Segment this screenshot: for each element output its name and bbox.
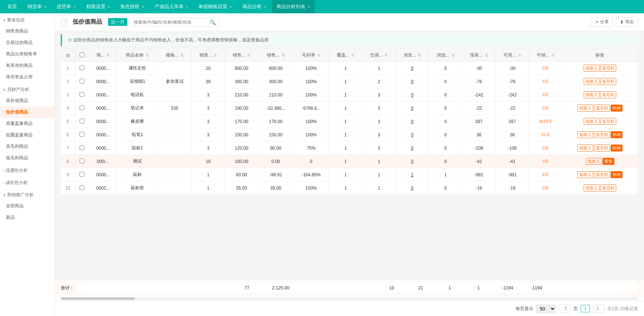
gross-rate: 100%	[294, 75, 329, 88]
browse-count1[interactable]: 0	[396, 62, 429, 75]
sidebar-section-marketing[interactable]: ∨ 营销推广分析	[0, 188, 54, 200]
available-stock: -981	[496, 168, 529, 181]
sort-icon[interactable]: ⇅	[214, 53, 217, 57]
share-button[interactable]: ↗ 分享	[591, 17, 613, 27]
sidebar-item-high-coverage[interactable]: 高覆盖量商品	[0, 118, 54, 129]
row-checkbox[interactable]	[80, 132, 84, 137]
close-icon[interactable]: ×	[108, 4, 110, 9]
row-checkbox[interactable]	[80, 79, 84, 84]
sidebar-item-low-margin[interactable]: 低毛利商品	[0, 152, 54, 164]
chevron-down-icon: ∨	[3, 193, 6, 197]
sidebar-section-growth[interactable]: › 成长性分析	[0, 176, 54, 188]
page-size-label: 每页显示	[516, 306, 533, 312]
filter-tag-recent-month[interactable]: 近一月	[108, 18, 127, 26]
sort-icon[interactable]: ⇅	[485, 53, 488, 57]
browse-count1[interactable]: 0	[396, 155, 429, 168]
search-icon[interactable]: 🔍	[209, 19, 216, 25]
close-icon[interactable]: ×	[142, 4, 144, 9]
row-checkbox[interactable]	[80, 172, 84, 177]
row-checkbox[interactable]	[80, 185, 84, 190]
row-checkbox[interactable]	[80, 92, 84, 97]
sort-icon[interactable]: ⇅	[452, 53, 455, 57]
close-icon[interactable]: ×	[264, 4, 266, 9]
nav-home[interactable]: 首页	[3, 0, 21, 13]
nav-template-settings[interactable]: 单据模板设置 ×	[194, 0, 236, 13]
browse-count1[interactable]: 0	[396, 142, 429, 155]
browse-count1[interactable]: 0	[396, 88, 429, 102]
close-icon[interactable]: ×	[186, 4, 188, 9]
nav-sales-order[interactable]: 销货单 ×	[23, 0, 51, 13]
sidebar-item-in-stock[interactable]: 有库存的商品	[0, 60, 54, 71]
sale-amount: 800.00	[225, 62, 258, 75]
sort-icon[interactable]: ⇅	[317, 53, 320, 57]
sort-icon[interactable]: ⇅	[107, 53, 110, 57]
sidebar-item-high-margin[interactable]: 高毛利商品	[0, 141, 54, 152]
chevron-right-icon: ›	[3, 181, 4, 185]
col-name: 商品名称 ⇅	[117, 49, 158, 62]
close-icon[interactable]: ×	[73, 4, 76, 9]
browse-count1[interactable]: 0	[396, 102, 429, 115]
row-checkbox[interactable]	[80, 145, 84, 150]
sidebar-item-stock-capital[interactable]: 库存资金占用	[0, 71, 54, 83]
nav-product-analysis[interactable]: 商品分析 ×	[238, 0, 271, 13]
sort-icon[interactable]: ⇅	[385, 53, 388, 57]
sidebar-item-high-value[interactable]: 高价值商品	[0, 95, 54, 106]
sidebar-section-liquidity[interactable]: › 流通性分析	[0, 164, 54, 176]
page-size-select[interactable]: 50 100	[536, 305, 556, 313]
row-checkbox-cell	[75, 62, 90, 75]
sort-icon[interactable]: ⇅	[551, 53, 554, 57]
sort-icon[interactable]: ⇅	[181, 53, 184, 57]
next-page-button[interactable]: 》	[593, 304, 604, 313]
nav-purchase-order[interactable]: 进货单 ×	[52, 0, 80, 13]
browse-count1[interactable]: 0	[396, 181, 429, 195]
sidebar-item-all-products[interactable]: 全部商品	[0, 200, 54, 212]
sidebar-item-traded[interactable]: 交易过的商品	[0, 37, 54, 48]
browse-count1[interactable]: 1	[396, 168, 429, 181]
row-checkbox[interactable]	[80, 65, 84, 70]
sidebar-section-asset[interactable]: ∨ 员财产分析	[0, 83, 54, 95]
nav-product-storage[interactable]: 产成品入库单 ×	[150, 0, 192, 13]
collapse-sidebar-button[interactable]: 《	[61, 18, 68, 26]
sidebar-item-new-products[interactable]: 新品	[0, 212, 54, 223]
sale-qty: 1	[191, 168, 225, 181]
current-page-input[interactable]: 1	[581, 305, 590, 312]
col-sale2: 销售... ⇅	[225, 49, 258, 62]
total-available: -1194	[522, 283, 551, 293]
row-checkbox[interactable]	[80, 159, 84, 163]
close-icon[interactable]: ×	[229, 4, 232, 9]
sort-icon[interactable]: ⇅	[518, 53, 521, 57]
row-checkbox[interactable]	[80, 119, 84, 123]
export-button[interactable]: ⬇ 导出	[616, 17, 638, 27]
sidebar-item-low-coverage[interactable]: 低覆盖量商品	[0, 129, 54, 141]
nav-product-analysis-list[interactable]: 商品分析列表 ×	[272, 0, 314, 13]
coverage: 1	[329, 62, 362, 75]
nav-permissions[interactable]: 权限设置 ×	[82, 0, 114, 13]
sort-icon[interactable]: ⇅	[418, 53, 421, 57]
sidebar-item-sales-category[interactable]: 销售类商品	[0, 26, 54, 37]
nav-role-auth[interactable]: 角色授权 ×	[116, 0, 148, 13]
gear-icon[interactable]: ⚙	[66, 52, 70, 58]
saleable-days: 0天	[529, 88, 562, 102]
sidebar-item-low-value[interactable]: 低价值商品	[0, 106, 54, 118]
prev-page-button[interactable]: 《	[559, 304, 570, 313]
sidebar-item-category-rate[interactable]: 商品分类销售率	[0, 48, 54, 60]
close-icon[interactable]: ×	[308, 4, 310, 9]
row-checkbox[interactable]	[80, 105, 84, 110]
browse-count1[interactable]: 0	[396, 128, 429, 142]
horizontal-scrollbar[interactable]	[55, 296, 644, 301]
col-gear[interactable]: ⚙	[61, 49, 75, 62]
sidebar-section-overall[interactable]: ∨ 整体信息	[0, 13, 54, 26]
available-stock: -242	[496, 88, 529, 102]
close-icon[interactable]: ×	[44, 4, 46, 9]
browse-count1[interactable]: 0	[396, 75, 429, 88]
sort-icon[interactable]: ⇅	[282, 53, 285, 57]
sale-qty: 3	[191, 142, 225, 155]
sort-icon[interactable]: ⇅	[146, 53, 149, 57]
search-input[interactable]	[134, 20, 209, 25]
gross-rate: 100%	[294, 181, 329, 195]
select-all-checkbox[interactable]	[80, 52, 84, 57]
product-code: 0000...	[89, 88, 117, 102]
sort-icon[interactable]: ⇅	[351, 53, 354, 57]
browse-count1[interactable]: 0	[396, 115, 429, 128]
sort-icon[interactable]: ⇅	[247, 53, 250, 57]
